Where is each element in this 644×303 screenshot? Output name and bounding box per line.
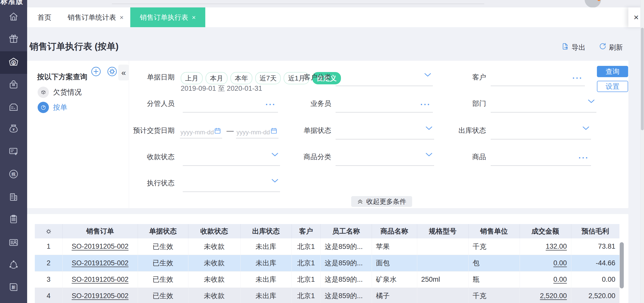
scheme-settings-button[interactable] <box>107 67 117 77</box>
outbound-status-select[interactable] <box>491 127 591 139</box>
scheme-item-by-order[interactable]: 按单 <box>38 102 67 113</box>
close-tab-icon[interactable]: × <box>120 14 123 21</box>
refresh-button[interactable]: 刷新 <box>599 43 623 52</box>
gear-icon <box>45 227 52 235</box>
amount-link[interactable]: 0.00 <box>553 259 567 267</box>
quick-range-last-7-days[interactable]: 近7天 <box>255 72 281 84</box>
sales-order-link[interactable]: SO-20191205-002 <box>72 292 128 300</box>
nav-warehouse[interactable] <box>0 96 27 119</box>
row-index: 4 <box>35 288 62 303</box>
top-divider <box>112 4 484 4</box>
user-avatar[interactable] <box>585 0 601 8</box>
table-row[interactable]: 3 SO-20191205-002 已生效 未收款 未出库 北京1 这是859的… <box>35 271 619 288</box>
product-cell: 矿泉水 <box>372 271 417 288</box>
column-settings-button[interactable] <box>35 224 62 238</box>
customer-picker[interactable]: ··· <box>491 74 585 86</box>
delivery-date-end-input[interactable] <box>236 127 278 138</box>
sales-order-link[interactable]: SO-20191205-002 <box>72 243 128 250</box>
tab-sales-order-stats[interactable]: 销售订单统计表 × <box>62 7 130 27</box>
add-scheme-button[interactable] <box>91 67 101 77</box>
customer-cell: 北京1 <box>292 271 320 288</box>
col-doc-status[interactable]: 单据状态 <box>138 224 188 238</box>
doc-status-select[interactable] <box>336 127 434 139</box>
department-select[interactable] <box>491 100 596 113</box>
sales-order-link[interactable]: SO-20191205-002 <box>72 259 128 267</box>
bill-date-label: 单据日期 <box>118 73 175 82</box>
tab-bar: 首页 销售订单统计表 × 销售订单执行表 × × <box>27 7 644 27</box>
nav-tax[interactable]: 税 <box>0 163 27 186</box>
table-row[interactable]: 1 SO-20191205-002 已生效 未收款 未出库 北京1 这是859的… <box>35 238 619 255</box>
tax-icon: 税 <box>8 168 19 181</box>
settings-button[interactable]: 设置 <box>597 81 628 92</box>
customer-category-select[interactable] <box>336 74 433 86</box>
payment-status-cell: 未收款 <box>188 288 240 303</box>
tab-sales-order-execution[interactable]: 销售订单执行表 × <box>130 7 205 27</box>
nav-inventory[interactable] <box>0 208 27 231</box>
export-button[interactable]: 导出 <box>561 43 585 52</box>
nav-purchase[interactable] <box>0 74 27 96</box>
col-payment-status[interactable]: 收款状态 <box>188 224 240 238</box>
nav-gift[interactable] <box>0 28 27 51</box>
manager-picker[interactable]: ··· <box>183 100 278 113</box>
quick-range-last-month[interactable]: 上月 <box>181 72 203 84</box>
col-outbound-status[interactable]: 出库状态 <box>240 224 292 238</box>
nav-sales[interactable]: $ <box>0 51 27 74</box>
sales-order-link[interactable]: SO-20191205-002 <box>72 276 128 283</box>
collapse-more-filters-button[interactable]: 收起更多条件 <box>351 196 412 207</box>
purchase-bag-icon <box>8 79 19 92</box>
product-category-select[interactable] <box>336 154 434 166</box>
bill-date-value[interactable]: 2019-09-01 至 2020-01-31 <box>181 84 262 93</box>
quick-range-this-year[interactable]: 本年 <box>230 72 252 84</box>
table-row-selected[interactable]: 2 SO-20191205-002 已生效 未收款 未出库 北京1 这是859的… <box>35 255 619 271</box>
nav-company[interactable] <box>0 186 27 209</box>
col-sales-order[interactable]: 销售订单 <box>62 224 138 238</box>
svg-text:新: 新 <box>11 285 15 289</box>
nav-funds[interactable]: ¥ <box>0 118 27 141</box>
col-product[interactable]: 商品名称 <box>372 224 417 238</box>
product-picker[interactable]: ··· <box>491 154 591 166</box>
product-cell: 苹果 <box>372 238 417 255</box>
salesman-picker[interactable]: ··· <box>336 100 433 113</box>
col-employee[interactable]: 员工名称 <box>320 224 372 238</box>
payment-status-label: 收款状态 <box>118 152 175 161</box>
nav-billing[interactable]: ¥ <box>0 140 27 163</box>
refresh-icon <box>599 43 606 52</box>
execution-status-select[interactable] <box>183 180 280 192</box>
header-actions: 导出 刷新 <box>561 43 623 52</box>
amount-link[interactable]: 132.00 <box>546 243 567 250</box>
nav-share[interactable] <box>0 254 27 276</box>
spec-cell <box>417 288 468 303</box>
table-scrollbar-thumb[interactable] <box>620 242 624 288</box>
window-scrollbar-thumb[interactable] <box>641 28 644 130</box>
scheme-item-shortage[interactable]: 欠货情况 <box>38 87 82 98</box>
table-row[interactable]: 4 SO-20191205-002 已生效 未收款 未出库 北京1 这是859的… <box>35 288 619 303</box>
tab-label: 首页 <box>38 13 51 22</box>
nav-home[interactable] <box>0 6 27 28</box>
payment-status-select[interactable] <box>183 154 280 166</box>
col-amount[interactable]: 成交金额 <box>520 224 571 238</box>
col-unit[interactable]: 销售单位 <box>468 224 520 238</box>
page-title: 销售订单执行表 (按单) <box>29 41 119 53</box>
nav-new-feature[interactable]: 新 <box>0 276 27 299</box>
manager-label: 分管人员 <box>118 99 175 108</box>
amount-link[interactable]: 2,520.00 <box>540 292 567 300</box>
nav-employee[interactable] <box>0 231 27 254</box>
close-tab-icon[interactable]: × <box>192 14 196 21</box>
spec-cell: 250ml <box>417 271 468 288</box>
tab-home[interactable]: 首页 <box>27 7 62 27</box>
amount-link[interactable]: 0.00 <box>553 276 567 283</box>
query-button[interactable]: 查询 <box>597 66 628 77</box>
col-profit[interactable]: 预估毛利 <box>571 224 619 238</box>
scheme-panel-title: 按以下方案查询 <box>37 72 87 82</box>
quick-range-this-month[interactable]: 本月 <box>206 72 228 84</box>
unit-cell: 包 <box>468 255 520 271</box>
chevron-down-icon <box>425 153 433 158</box>
col-customer[interactable]: 客户 <box>292 224 320 238</box>
delivery-date-start-input[interactable] <box>180 127 222 138</box>
chevron-down-icon <box>271 179 278 184</box>
scheme-item-label: 按单 <box>53 103 67 112</box>
department-label: 部门 <box>435 99 486 108</box>
unit-cell: 千克 <box>468 288 520 303</box>
chevron-down-icon <box>424 73 431 78</box>
col-spec[interactable]: 规格型号 <box>417 224 468 238</box>
